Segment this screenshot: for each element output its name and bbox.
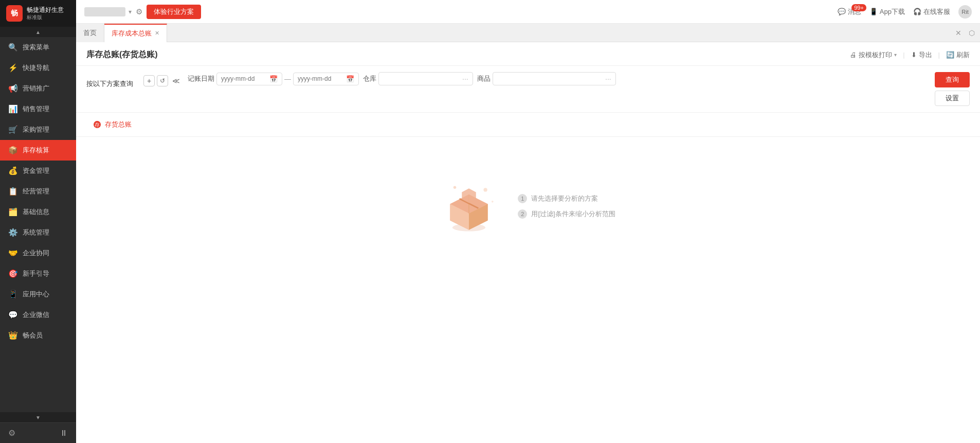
- filter-action-buttons: 查询 设置: [935, 72, 970, 106]
- phone-icon: 📱: [8, 290, 17, 299]
- scroll-down-arrow[interactable]: ▼: [0, 412, 76, 422]
- chat-icon: 💬: [8, 310, 17, 320]
- empty-visual: 1 请先选择要分析的方案 2 用[过滤]条件来缩小分析范围: [441, 178, 615, 235]
- home-tab-label: 首页: [83, 28, 97, 38]
- sidebar-item-search[interactable]: 🔍 搜索菜单: [0, 37, 76, 58]
- empty-tip-1: 1 请先选择要分析的方案: [518, 194, 615, 203]
- scheme-item-inventory[interactable]: 存 存货总账: [86, 117, 138, 132]
- filter-reset-button[interactable]: ↺: [157, 75, 168, 86]
- refresh-icon: 🔄: [946, 51, 954, 59]
- date-from-input[interactable]: [221, 75, 267, 82]
- sidebar-item-member[interactable]: 👑 畅会员: [0, 325, 76, 346]
- tip-2-text: 用[过滤]条件来缩小分析范围: [531, 209, 615, 219]
- export-button[interactable]: ⬇ 导出: [911, 50, 932, 60]
- sidebar-item-shortcut[interactable]: ⚡ 快捷导航: [0, 58, 76, 78]
- sidebar-item-sales[interactable]: 📊 销售管理: [0, 99, 76, 119]
- online-service-button[interactable]: 🎧 在线客服: [913, 7, 950, 16]
- tab-inventory-label: 库存成本总账: [112, 29, 152, 38]
- page-title: 库存总账(存货总账): [86, 49, 158, 60]
- date-to-wrap: 📅: [293, 73, 359, 85]
- print-chevron-icon: ▾: [894, 52, 897, 58]
- gear-icon: ⚙️: [8, 228, 17, 237]
- sidebar-item-basic[interactable]: 🗂️ 基础信息: [0, 202, 76, 222]
- date-from-wrap: 📅: [216, 73, 282, 85]
- sidebar-item-finance[interactable]: 💰 资金管理: [0, 161, 76, 181]
- calendar-from-icon[interactable]: 📅: [269, 75, 278, 83]
- search-icon: 🔍: [8, 43, 17, 52]
- tab-close-icon[interactable]: ✕: [155, 30, 159, 37]
- cart-icon: 🛒: [8, 125, 17, 134]
- industry-solution-button[interactable]: 体验行业方案: [147, 5, 201, 19]
- message-icon: 💬: [838, 8, 846, 15]
- logo-icon: 畅: [6, 5, 23, 22]
- scheme-label: 存货总账: [105, 120, 132, 129]
- topbar-gear-button[interactable]: ⚙: [136, 7, 142, 16]
- warehouse-filter-label: 仓库: [363, 74, 376, 83]
- topbar-right: 💬 消息 99+ 📱 App下载 🎧 在线客服 Rit: [838, 5, 972, 19]
- topbar-gear-icon: ⚙: [136, 7, 142, 16]
- message-button[interactable]: 💬 消息 99+: [838, 7, 861, 16]
- settings-footer-button[interactable]: ⚙: [8, 428, 15, 438]
- calendar-to-icon[interactable]: 📅: [346, 75, 354, 83]
- scroll-up-arrow[interactable]: ▲: [0, 27, 76, 37]
- sidebar-item-newuser[interactable]: 🎯 新手引导: [0, 263, 76, 284]
- lightning-icon: ⚡: [8, 63, 17, 73]
- settings-footer-icon: ⚙: [8, 429, 15, 437]
- product-select-wrap: ···: [493, 72, 616, 85]
- user-button[interactable]: Rit: [958, 5, 972, 19]
- money-icon: 💰: [8, 166, 17, 175]
- tab-home[interactable]: 首页: [76, 24, 104, 42]
- print-button[interactable]: 🖨 按模板打印 ▾: [850, 50, 897, 60]
- export-icon: ⬇: [911, 51, 917, 59]
- sidebar-item-operation[interactable]: 📋 经营管理: [0, 181, 76, 202]
- filter-collapse-button[interactable]: ≪: [170, 75, 182, 86]
- product-more-icon[interactable]: ···: [605, 75, 611, 83]
- sidebar-item-system[interactable]: ⚙️ 系统管理: [0, 222, 76, 243]
- phone-download-icon: 📱: [869, 8, 878, 15]
- box-icon: 📦: [8, 146, 17, 155]
- product-input[interactable]: [497, 75, 603, 82]
- sidebar-nav: 🔍 搜索菜单 ⚡ 快捷导航 📢 营销推广 📊 销售管理 🛒 采购管理 📦 库存核…: [0, 37, 76, 412]
- clipboard-icon: 📋: [8, 187, 17, 196]
- empty-illustration: [441, 178, 497, 235]
- tip-2-number: 2: [518, 209, 527, 219]
- topbar-breadcrumb: ▾: [84, 7, 132, 16]
- filter-row-1: 记账日期 📅 — 📅 仓库: [188, 72, 930, 85]
- settings-button[interactable]: 设置: [935, 91, 970, 106]
- warehouse-more-icon[interactable]: ···: [462, 75, 468, 83]
- svg-point-4: [484, 188, 487, 191]
- sidebar-item-enterprise[interactable]: 🤝 企业协同: [0, 243, 76, 263]
- sidebar-item-inventory[interactable]: 📦 库存核算: [0, 140, 76, 161]
- warehouse-input[interactable]: [383, 75, 460, 82]
- app-download-button[interactable]: 📱 App下载: [869, 7, 905, 16]
- topbar-left: ▾ ⚙ 体验行业方案: [84, 5, 838, 19]
- scheme-area: 存 存货总账: [76, 113, 980, 137]
- megaphone-icon: 📢: [8, 84, 17, 93]
- warehouse-select-wrap: ···: [378, 72, 473, 85]
- tip-1-text: 请先选择要分析的方案: [531, 194, 598, 203]
- svg-text:存: 存: [95, 122, 100, 128]
- tab-inventory-ledger[interactable]: 库存成本总账 ✕: [104, 24, 167, 42]
- date-to-input[interactable]: [298, 75, 344, 82]
- chevron-down-icon: ▾: [129, 8, 132, 15]
- tab-panel-close-button[interactable]: ✕: [952, 29, 965, 37]
- filter-add-button[interactable]: +: [143, 75, 155, 86]
- sidebar-item-purchase[interactable]: 🛒 采购管理: [0, 119, 76, 140]
- folder-icon: 🗂️: [8, 207, 17, 217]
- toggle-button[interactable]: ⏸: [60, 429, 68, 438]
- empty-state: 1 请先选择要分析的方案 2 用[过滤]条件来缩小分析范围: [76, 137, 980, 265]
- user-avatar: Rit: [958, 5, 972, 19]
- sidebar: 畅 畅捷通好生意 标准版 ▲ 🔍 搜索菜单 ⚡ 快捷导航 📢 营销推广 📊 销售…: [0, 0, 76, 443]
- target-icon: 🎯: [8, 269, 17, 278]
- search-button[interactable]: 查询: [935, 72, 970, 87]
- refresh-button[interactable]: 🔄 刷新: [946, 50, 970, 60]
- sidebar-item-wechat[interactable]: 💬 企业微信: [0, 305, 76, 325]
- tab-panel-expand-button[interactable]: ⬡: [966, 29, 978, 37]
- topbar: ▾ ⚙ 体验行业方案 💬 消息 99+ 📱 App下载 🎧 在线客服: [76, 0, 980, 24]
- sidebar-item-apps[interactable]: 📱 应用中心: [0, 284, 76, 305]
- sidebar-logo: 畅 畅捷通好生意 标准版: [0, 0, 76, 27]
- crown-icon: 👑: [8, 331, 17, 340]
- filter-area: 按以下方案查询 + ↺ ≪ 记账日期 📅 —: [76, 66, 980, 113]
- handshake-icon: 🤝: [8, 249, 17, 258]
- sidebar-item-marketing[interactable]: 📢 营销推广: [0, 78, 76, 99]
